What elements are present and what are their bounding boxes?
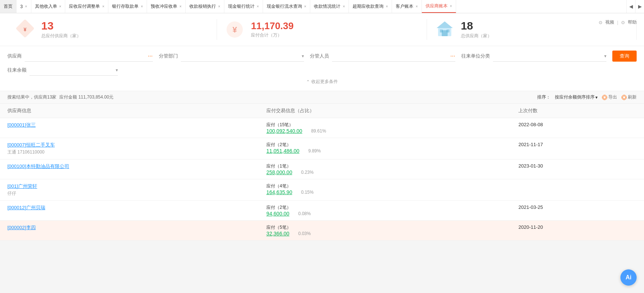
close-icon[interactable]: × [141, 4, 143, 8]
svg-text:¥: ¥ [232, 25, 237, 34]
filter-department: 分管部门 ▾ [159, 51, 304, 62]
transaction-percent: 0.08% [298, 211, 311, 216]
transaction-info-cell: 应付（15笔）100,092,540.0089.61% [259, 118, 511, 138]
person-dots-btn[interactable]: ··· [450, 53, 455, 59]
nav-customer-ledger[interactable]: 客户账本 × [392, 0, 422, 13]
transaction-amount[interactable]: 94,600.00 [266, 211, 289, 217]
nav-receipt-stat[interactable]: 收款情况统计 × [310, 0, 349, 13]
transaction-amount-row: 32,366.000.03% [266, 231, 504, 237]
department-input[interactable] [181, 51, 302, 62]
transaction-amount[interactable]: 32,366.00 [266, 231, 289, 237]
col-supplier-info: 供应商信息 [0, 104, 259, 118]
transaction-label: 应付（4笔） [266, 183, 504, 189]
last-payment-cell: 2020-11-20 [511, 221, 644, 241]
category-chevron-icon[interactable]: ▾ [604, 54, 606, 59]
close-icon[interactable]: × [304, 4, 307, 8]
summary-card2-content: 11,170.39 应付合计（万） [251, 21, 294, 38]
transaction-amount-row: 94,600.000.08% [266, 211, 504, 217]
filter-row-1: 供应商 ··· 分管部门 ▾ 分管人员 ··· 往来单位分类 [7, 51, 637, 62]
nav-prepay-ar[interactable]: 预收冲应收单 × [147, 0, 186, 13]
svg-marker-5 [437, 21, 453, 28]
supplier-link[interactable]: [000007]恒旺二手叉车 [7, 142, 55, 148]
nav-home[interactable]: 首页 [0, 0, 17, 13]
transaction-info-cell: 应付（1笔）258,000.000.23% [259, 159, 511, 179]
supplier-sub-info: 王通 17106110000 [7, 149, 252, 155]
close-icon[interactable]: × [218, 4, 220, 8]
category-input[interactable] [493, 51, 605, 62]
transaction-amount[interactable]: 258,000.00 [266, 169, 292, 175]
search-button[interactable]: 查询 [612, 51, 637, 62]
supplier-table: 供应商信息 应付交易信息（占比） 上次付数 [000001]张三应付（15笔）1… [0, 104, 644, 241]
balance-chevron-icon[interactable]: ▾ [116, 68, 118, 73]
divider: | [617, 20, 618, 25]
nav-scroll-arrows: ◀ ▶ [626, 0, 644, 13]
supplier-dots-btn[interactable]: ··· [148, 53, 153, 59]
nav-right-arrow[interactable]: ▶ [635, 0, 644, 13]
nav-tab3[interactable]: 3 × [17, 0, 31, 13]
export-button[interactable]: 导出 [602, 94, 617, 100]
collapse-button[interactable]: ⌃ 收起更多条件 [7, 79, 637, 85]
help-link[interactable]: 帮助 [628, 19, 637, 25]
export-icon [602, 95, 607, 100]
transaction-info-cell: 应付（2笔）94,600.000.08% [259, 201, 511, 221]
supplier-info-cell: [001]广州荣轩仔仔 [0, 179, 259, 201]
refresh-button[interactable]: 刷新 [622, 94, 637, 100]
supplier-info-cell: [000007]恒旺二手叉车王通 17106110000 [0, 138, 259, 159]
nav-bank-deposit[interactable]: 银行存取款单 × [108, 0, 147, 13]
transaction-amount[interactable]: 164,635.90 [266, 189, 292, 195]
person-input[interactable] [332, 51, 449, 62]
close-icon[interactable]: × [102, 4, 104, 8]
transaction-label: 应付（1笔） [266, 163, 504, 169]
supplier-link[interactable]: [000100]本特勤油品有限公司 [7, 163, 69, 169]
col-last-payment: 上次付数 [511, 104, 644, 118]
toolbar-right: 排序： 按应付余额倒序排序 ▾ 导出 刷新 [537, 94, 637, 100]
svg-rect-8 [447, 30, 449, 32]
filter-row-2: 往来余额 ▾ [7, 65, 637, 76]
collapse-label: 收起更多条件 [311, 79, 338, 85]
close-icon[interactable]: × [416, 4, 418, 8]
nav-cash-bank-stat[interactable]: 现金银行统计 × [224, 0, 263, 13]
last-payment-cell: 2021-03-25 [511, 201, 644, 221]
close-icon[interactable]: × [450, 4, 452, 8]
svg-point-10 [623, 96, 626, 99]
transaction-percent: 0.03% [298, 231, 311, 236]
nav-overdue-ar[interactable]: 超期应收款查询 × [349, 0, 392, 13]
supplier-payable-icon: ¥ [15, 19, 35, 40]
payable-amount-value: 11,170.39 [251, 21, 294, 31]
nav-ar-ap-adjust[interactable]: 应收应付调整单 × [65, 0, 108, 13]
transaction-label: 应付（5笔） [266, 224, 504, 231]
nav-receipt-verify[interactable]: 收款核销执行 × [186, 0, 224, 13]
close-icon[interactable]: × [386, 4, 388, 8]
department-chevron-icon[interactable]: ▾ [302, 54, 304, 59]
supplier-input[interactable] [25, 51, 146, 62]
supplier-link[interactable]: [000001]张三 [7, 122, 36, 128]
sort-chevron-icon: ▾ [595, 95, 598, 100]
close-icon[interactable]: × [25, 4, 27, 8]
payable-suppliers-label: 总应付供应商（家） [41, 33, 81, 39]
table-row: [001]广州荣轩仔仔应付（4笔）164,635.900.15% [0, 179, 644, 201]
close-icon[interactable]: × [59, 4, 62, 8]
supplier-input-wrapper: ··· [25, 51, 153, 62]
balance-input[interactable] [29, 65, 116, 76]
supplier-info-cell: [000002]李四 [0, 221, 259, 241]
close-icon[interactable]: × [343, 4, 345, 8]
filter-section: 供应商 ··· 分管部门 ▾ 分管人员 ··· 往来单位分类 [0, 46, 644, 91]
nav-supplier-ledger[interactable]: 供应商账本 × [422, 0, 456, 13]
close-icon[interactable]: × [179, 4, 182, 8]
transaction-amount[interactable]: 100,092,540.00 [266, 128, 302, 134]
supplier-link[interactable]: [000002]李四 [7, 225, 36, 230]
supplier-link[interactable]: [000012]广州贝瑞 [7, 205, 45, 210]
nav-left-arrow[interactable]: ◀ [626, 0, 635, 13]
transaction-amount[interactable]: 11,051,486.00 [266, 148, 300, 154]
svg-rect-7 [440, 30, 443, 32]
amount-text: 应付金额 111,703,854.00元 [59, 94, 113, 100]
close-icon[interactable]: × [257, 4, 259, 8]
nav-other-income[interactable]: 其他收入单 × [31, 0, 66, 13]
video-link[interactable]: 视频 [605, 19, 614, 25]
sort-value[interactable]: 按应付余额倒序排序 ▾ [555, 94, 598, 100]
nav-cash-bank-flow[interactable]: 现金银行流水查询 × [263, 0, 311, 13]
person-filter-label: 分管人员 [310, 53, 329, 59]
supplier-link[interactable]: [001]广州荣轩 [7, 183, 37, 189]
transaction-label: 应付（2笔） [266, 142, 504, 148]
table-row: [000002]李四应付（5笔）32,366.000.03%2020-11-20 [0, 221, 644, 241]
